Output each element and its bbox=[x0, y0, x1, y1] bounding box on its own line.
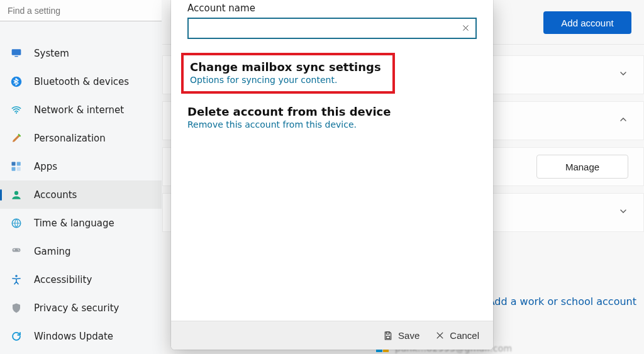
sidebar-item-gaming[interactable]: Gaming bbox=[0, 237, 162, 265]
sidebar-nav: System Bluetooth & devices Network & int… bbox=[0, 39, 162, 350]
shield-icon bbox=[10, 302, 23, 314]
globe-clock-icon bbox=[10, 217, 23, 230]
paintbrush-icon bbox=[10, 132, 23, 145]
sidebar-item-label: Accounts bbox=[34, 189, 152, 201]
settings-window: System Bluetooth & devices Network & int… bbox=[0, 0, 644, 354]
close-icon bbox=[462, 23, 470, 34]
sidebar-item-label: Time & language bbox=[34, 218, 152, 229]
svg-rect-15 bbox=[386, 336, 389, 338]
display-icon bbox=[10, 47, 23, 60]
sidebar-item-personalization[interactable]: Personalization bbox=[0, 124, 162, 152]
sidebar-item-accessibility[interactable]: Accessibility bbox=[0, 265, 162, 294]
wifi-icon bbox=[10, 104, 23, 116]
save-button[interactable]: Save bbox=[383, 330, 419, 341]
sidebar-item-network[interactable]: Network & internet bbox=[0, 96, 162, 124]
person-icon bbox=[10, 189, 23, 201]
sidebar-item-time-language[interactable]: Time & language bbox=[0, 209, 162, 237]
update-icon bbox=[10, 330, 23, 343]
clear-input-button[interactable] bbox=[455, 18, 475, 38]
svg-rect-5 bbox=[17, 162, 21, 165]
sidebar-item-label: Gaming bbox=[34, 246, 152, 257]
sidebar-item-accounts[interactable]: Accounts bbox=[0, 180, 162, 209]
delete-account-option[interactable]: Delete account from this device Remove t… bbox=[187, 105, 477, 130]
svg-point-11 bbox=[18, 248, 19, 250]
chevron-up-icon bbox=[618, 114, 628, 127]
svg-rect-14 bbox=[386, 332, 389, 334]
svg-point-13 bbox=[15, 275, 18, 277]
search-wrap bbox=[0, 0, 162, 21]
account-name-field-wrap bbox=[187, 18, 477, 39]
svg-rect-1 bbox=[14, 56, 18, 57]
account-name-label: Account name bbox=[187, 3, 477, 14]
option-subtitle: Remove this account from this device. bbox=[187, 119, 477, 130]
chevron-down-icon bbox=[618, 69, 628, 81]
save-button-label: Save bbox=[398, 330, 419, 341]
sidebar-item-label: Network & internet bbox=[34, 104, 152, 116]
svg-point-3 bbox=[16, 112, 17, 113]
account-name-input[interactable] bbox=[189, 19, 455, 38]
chevron-down-icon bbox=[618, 206, 628, 219]
sidebar-item-label: Windows Update bbox=[34, 331, 152, 342]
accessibility-icon bbox=[10, 274, 23, 286]
svg-point-8 bbox=[14, 191, 18, 194]
change-sync-settings-option[interactable]: Change mailbox sync settings Options for… bbox=[181, 53, 395, 94]
apps-icon bbox=[10, 160, 23, 173]
svg-rect-4 bbox=[12, 162, 16, 165]
sidebar-item-label: Accessibility bbox=[34, 274, 152, 285]
cancel-button-label: Cancel bbox=[450, 330, 479, 341]
save-icon bbox=[383, 331, 393, 341]
sidebar-item-label: Personalization bbox=[34, 133, 152, 144]
dialog-footer: Save Cancel bbox=[171, 321, 493, 350]
sidebar-item-windows-update[interactable]: Windows Update bbox=[0, 322, 162, 350]
option-title: Delete account from this device bbox=[187, 105, 477, 118]
close-icon bbox=[435, 331, 445, 341]
manage-button[interactable]: Manage bbox=[536, 155, 628, 179]
svg-rect-0 bbox=[12, 49, 21, 55]
svg-point-12 bbox=[18, 250, 19, 251]
option-subtitle: Options for syncing your content. bbox=[190, 75, 381, 85]
sidebar-item-privacy[interactable]: Privacy & security bbox=[0, 294, 162, 322]
sidebar-item-apps[interactable]: Apps bbox=[0, 152, 162, 180]
gamepad-icon bbox=[10, 245, 23, 258]
add-account-button[interactable]: Add account bbox=[543, 11, 631, 34]
sidebar-item-label: Privacy & security bbox=[34, 302, 152, 314]
sidebar: System Bluetooth & devices Network & int… bbox=[0, 0, 162, 354]
sidebar-item-label: Bluetooth & devices bbox=[34, 76, 152, 87]
svg-rect-7 bbox=[17, 167, 21, 170]
search-input[interactable] bbox=[0, 0, 162, 21]
account-settings-dialog: Account name Change mailbox sync setting… bbox=[171, 0, 493, 350]
cancel-button[interactable]: Cancel bbox=[435, 330, 479, 341]
sidebar-item-label: System bbox=[34, 48, 152, 59]
dialog-body: Account name Change mailbox sync setting… bbox=[171, 0, 493, 321]
option-title: Change mailbox sync settings bbox=[190, 60, 381, 74]
svg-rect-6 bbox=[12, 167, 16, 170]
sidebar-item-label: Apps bbox=[34, 161, 152, 172]
add-work-school-link[interactable]: Add a work or school account bbox=[488, 296, 636, 307]
bluetooth-icon bbox=[10, 75, 23, 88]
sidebar-item-system[interactable]: System bbox=[0, 39, 162, 67]
sidebar-item-bluetooth[interactable]: Bluetooth & devices bbox=[0, 67, 162, 96]
